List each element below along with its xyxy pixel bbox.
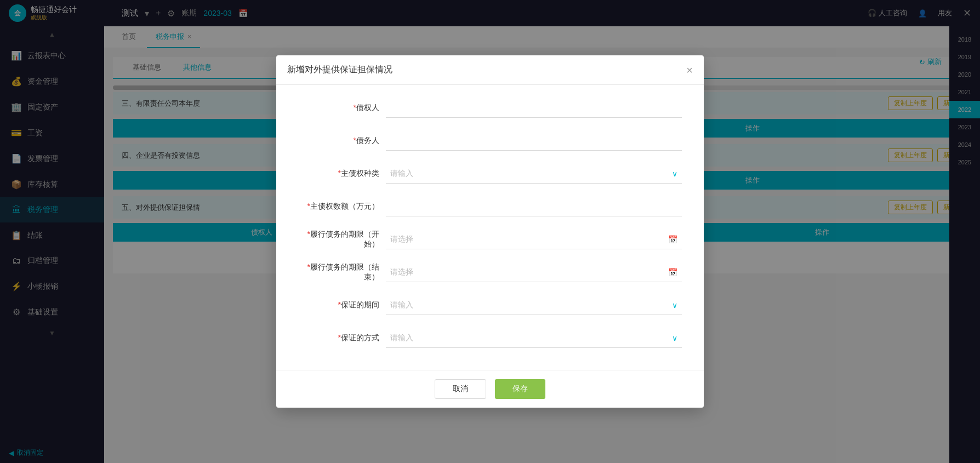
- modal-overlay: 新增对外提供保证担保情况 × *债权人 *债务人 *: [0, 0, 980, 463]
- claim-type-label: *主债权种类: [298, 169, 386, 179]
- claim-amount-label: *主债权数额（万元）: [298, 202, 386, 212]
- creditor-label: *债权人: [298, 103, 386, 113]
- debt-start-label: *履行债务的期限（开始）: [298, 230, 386, 249]
- form-row-debt-start: *履行债务的期限（开始） 请选择 📅: [298, 230, 682, 249]
- guarantee-method-placeholder: 请输入: [390, 333, 413, 343]
- debtor-label: *债务人: [298, 136, 386, 146]
- guarantee-period-arrow-icon: ∨: [672, 301, 677, 310]
- claim-amount-input[interactable]: [386, 197, 682, 216]
- modal-body: *债权人 *债务人 *主债权种类 请输入 ∨: [276, 85, 704, 370]
- debt-start-calendar-icon: 📅: [668, 235, 677, 244]
- guarantee-method-arrow-icon: ∨: [672, 334, 677, 342]
- cancel-button[interactable]: 取消: [435, 379, 486, 399]
- debt-start-placeholder: 请选择: [390, 235, 413, 244]
- guarantee-period-placeholder: 请输入: [390, 300, 413, 310]
- debt-end-placeholder: 请选择: [390, 267, 413, 277]
- modal-title: 新增对外提供保证担保情况: [287, 64, 392, 76]
- guarantee-method-label: *保证的方式: [298, 333, 386, 343]
- guarantee-period-select[interactable]: 请输入 ∨: [386, 295, 682, 315]
- debt-end-label: *履行债务的期限（结束）: [298, 262, 386, 282]
- claim-type-select[interactable]: 请输入 ∨: [386, 164, 682, 184]
- debt-end-calendar-icon: 📅: [668, 268, 677, 277]
- form-row-claim-type: *主债权种类 请输入 ∨: [298, 164, 682, 184]
- form-row-creditor: *债权人: [298, 98, 682, 118]
- save-button[interactable]: 保存: [495, 379, 545, 399]
- required-marker: *: [354, 103, 356, 112]
- guarantee-period-label: *保证的期间: [298, 300, 386, 310]
- creditor-input[interactable]: [386, 98, 682, 118]
- claim-type-arrow-icon: ∨: [672, 169, 677, 178]
- form-row-debtor: *债务人: [298, 131, 682, 151]
- modal-footer: 取消 保存: [276, 370, 704, 408]
- guarantee-method-select[interactable]: 请输入 ∨: [386, 328, 682, 348]
- debt-end-picker[interactable]: 请选择 📅: [386, 262, 682, 282]
- form-row-debt-end: *履行债务的期限（结束） 请选择 📅: [298, 262, 682, 282]
- modal-dialog: 新增对外提供保证担保情况 × *债权人 *债务人 *: [276, 55, 704, 408]
- debtor-input[interactable]: [386, 131, 682, 151]
- form-row-guarantee-period: *保证的期间 请输入 ∨: [298, 295, 682, 315]
- claim-type-placeholder: 请输入: [390, 169, 413, 179]
- debt-start-picker[interactable]: 请选择 📅: [386, 230, 682, 249]
- modal-close-button[interactable]: ×: [686, 65, 693, 76]
- modal-header: 新增对外提供保证担保情况 ×: [276, 55, 704, 85]
- form-row-claim-amount: *主债权数额（万元）: [298, 197, 682, 216]
- form-row-guarantee-method: *保证的方式 请输入 ∨: [298, 328, 682, 348]
